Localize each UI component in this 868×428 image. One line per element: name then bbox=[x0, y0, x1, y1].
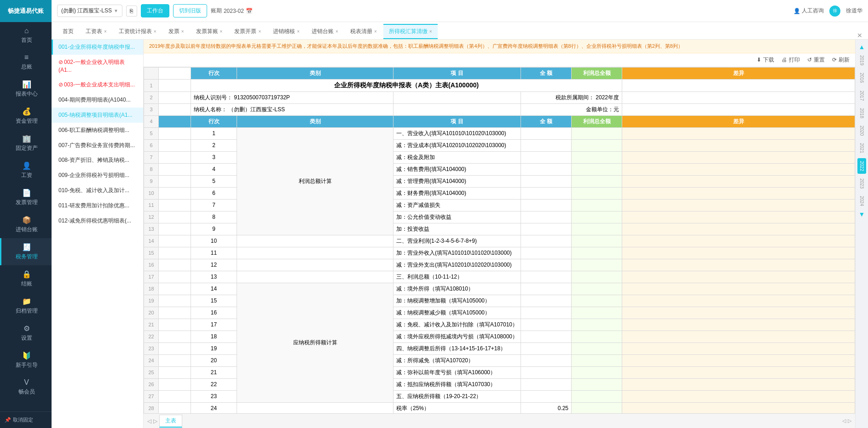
amount-cell[interactable] bbox=[521, 259, 572, 271]
left-panel-item-009[interactable]: 009-企业所得税补亏损明细... bbox=[52, 168, 143, 183]
diff-cell[interactable] bbox=[622, 342, 855, 354]
timeline-2019[interactable]: 2019 bbox=[857, 52, 866, 68]
profit-cell[interactable] bbox=[572, 187, 622, 199]
diff-cell[interactable] bbox=[622, 163, 855, 175]
profit-cell[interactable] bbox=[572, 151, 622, 163]
sidebar-item-archive[interactable]: 📁 归档管理 bbox=[0, 292, 52, 320]
timeline-2020[interactable]: 2020 bbox=[857, 123, 866, 138]
sidebar-item-invoice-mgmt[interactable]: 📄 发票管理 bbox=[0, 184, 52, 211]
tab-home[interactable]: 首页 bbox=[57, 25, 79, 39]
sidebar-item-general-ledger[interactable]: ≡ 总账 bbox=[0, 49, 52, 75]
profit-cell[interactable] bbox=[572, 402, 622, 413]
diff-cell[interactable] bbox=[622, 151, 855, 163]
amount-cell[interactable] bbox=[521, 307, 572, 319]
profit-cell[interactable] bbox=[572, 163, 622, 175]
diff-cell[interactable] bbox=[622, 139, 855, 151]
amount-cell[interactable] bbox=[521, 151, 572, 163]
profit-cell[interactable] bbox=[572, 366, 622, 378]
profit-cell[interactable] bbox=[572, 307, 622, 319]
profit-cell[interactable] bbox=[572, 139, 622, 151]
diff-cell[interactable] bbox=[622, 319, 855, 331]
tab-sales-ledger[interactable]: 进销台账 × bbox=[306, 25, 344, 39]
diff-cell[interactable] bbox=[622, 199, 855, 211]
close-all-icon[interactable]: ✕ bbox=[857, 32, 862, 39]
diff-cell[interactable] bbox=[622, 187, 855, 199]
copy-button[interactable]: ⎘ bbox=[126, 6, 137, 17]
left-panel-item-008[interactable]: 008-资产折旧、摊销及纳税... bbox=[52, 153, 143, 168]
close-sales-check-tab[interactable]: × bbox=[297, 29, 300, 34]
amount-cell[interactable] bbox=[521, 319, 572, 331]
left-panel-item-001[interactable]: 001-企业所得税年度纳税申报... bbox=[52, 40, 143, 55]
sidebar-item-closing[interactable]: 🔒 结账 bbox=[0, 265, 52, 292]
profit-cell[interactable] bbox=[572, 271, 622, 283]
diff-cell[interactable] bbox=[622, 331, 855, 342]
left-panel-item-006[interactable]: 006-职工薪酬纳税调整明细... bbox=[52, 123, 143, 138]
tab-payroll[interactable]: 工资表 × bbox=[80, 25, 112, 39]
profit-cell[interactable] bbox=[572, 127, 622, 139]
calendar-icon[interactable]: 📅 bbox=[246, 8, 253, 14]
profit-cell[interactable] bbox=[572, 283, 622, 295]
sidebar-item-sales-import[interactable]: 📦 进销台账 bbox=[0, 211, 52, 238]
profit-cell[interactable] bbox=[572, 331, 622, 342]
tab-payroll-stats[interactable]: 工资统计报表 × bbox=[113, 25, 162, 39]
amount-cell[interactable] bbox=[521, 247, 572, 259]
sidebar-item-payroll[interactable]: 👤 工资 bbox=[0, 157, 52, 184]
left-panel-item-010[interactable]: 010-免税、减计收入及加计... bbox=[52, 183, 143, 198]
timeline-2023[interactable]: 2023 bbox=[857, 176, 866, 191]
profit-cell[interactable] bbox=[572, 354, 622, 366]
close-invoice-calc-tab[interactable]: × bbox=[220, 29, 223, 34]
sidebar-item-vip[interactable]: V 畅会员 bbox=[0, 374, 52, 400]
profit-cell[interactable] bbox=[572, 235, 622, 247]
refresh-button[interactable]: ⟳ 刷新 bbox=[832, 56, 850, 64]
diff-cell[interactable] bbox=[622, 402, 855, 413]
amount-cell[interactable] bbox=[521, 354, 572, 366]
worktable-button[interactable]: 工作台 bbox=[141, 4, 169, 17]
unpin-button[interactable]: 📌 取消固定 bbox=[0, 411, 52, 428]
amount-cell[interactable] bbox=[521, 295, 572, 307]
reset-button[interactable]: ↺ 重置 bbox=[807, 56, 825, 64]
nav-arrows[interactable]: ◁ ▷ bbox=[147, 418, 157, 424]
diff-cell[interactable] bbox=[622, 354, 855, 366]
close-payroll-tab[interactable]: × bbox=[104, 29, 107, 34]
left-panel-item-003[interactable]: ⊘003-一般企业成本支出明细... bbox=[52, 77, 143, 92]
amount-cell[interactable] bbox=[521, 199, 572, 211]
diff-cell[interactable] bbox=[622, 235, 855, 247]
left-panel-item-004[interactable]: 004-期间费用明细表(A1040... bbox=[52, 92, 143, 108]
amount-cell[interactable] bbox=[521, 139, 572, 151]
sheet-tab-main[interactable]: 主表 bbox=[159, 415, 182, 428]
amount-cell[interactable] bbox=[521, 271, 572, 283]
amount-cell[interactable] bbox=[521, 342, 572, 354]
diff-cell[interactable] bbox=[622, 378, 855, 390]
amount-cell[interactable] bbox=[521, 223, 572, 235]
amount-cell[interactable] bbox=[521, 175, 572, 187]
tab-invoice-open[interactable]: 发票开票 × bbox=[229, 25, 266, 39]
profit-cell[interactable] bbox=[572, 342, 622, 354]
diff-cell[interactable] bbox=[622, 307, 855, 319]
sidebar-item-fixed-assets[interactable]: 🏢 固定资产 bbox=[0, 130, 52, 157]
left-panel-item-005[interactable]: 005-纳税调整项目明细表(A1... bbox=[52, 108, 143, 123]
profit-cell[interactable] bbox=[572, 378, 622, 390]
amount-cell[interactable] bbox=[521, 187, 572, 199]
amount-cell[interactable] bbox=[521, 331, 572, 342]
diff-cell[interactable] bbox=[622, 271, 855, 283]
diff-cell[interactable] bbox=[622, 259, 855, 271]
diff-cell[interactable] bbox=[622, 283, 855, 295]
diff-cell[interactable] bbox=[622, 175, 855, 187]
amount-cell[interactable] bbox=[521, 127, 572, 139]
amount-cell[interactable] bbox=[521, 390, 572, 402]
diff-cell[interactable] bbox=[622, 295, 855, 307]
close-payroll-stats-tab[interactable]: × bbox=[154, 29, 156, 34]
timeline-2021[interactable]: 2021 bbox=[857, 140, 866, 156]
timeline-2024[interactable]: 2024 bbox=[857, 193, 866, 209]
profit-cell[interactable] bbox=[572, 247, 622, 259]
tab-invoice[interactable]: 发票 × bbox=[163, 25, 190, 39]
timeline-down-icon[interactable]: ▼ bbox=[859, 211, 865, 218]
amount-cell[interactable]: 0.25 bbox=[521, 402, 572, 413]
sidebar-item-settings[interactable]: ⚙ 设置 bbox=[0, 320, 52, 347]
left-panel-item-012[interactable]: 012-减免所得税优惠明细表(... bbox=[52, 213, 143, 228]
close-tax-clearance-tab[interactable]: × bbox=[374, 29, 377, 34]
tab-invoice-calc[interactable]: 发票算账 × bbox=[191, 25, 228, 39]
profit-cell[interactable] bbox=[572, 295, 622, 307]
sidebar-item-guide[interactable]: 🔰 新手引导 bbox=[0, 347, 52, 374]
download-button[interactable]: ⬇ 下载 bbox=[757, 56, 774, 64]
